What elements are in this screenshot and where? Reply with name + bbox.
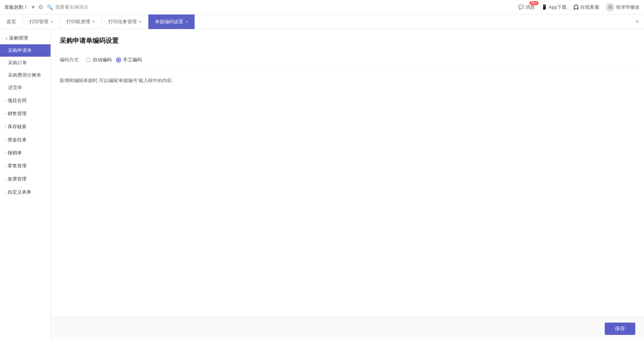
tab-print-task-mgmt-close[interactable]: × xyxy=(139,19,141,24)
tab-home[interactable]: 首页 xyxy=(0,15,23,29)
sidebar-item-receipt-label: 进货单 xyxy=(8,85,22,90)
chevron-down-icon: ∨ xyxy=(5,36,8,40)
sidebar-group-purchase-mgmt-title[interactable]: ∨ 采购管理 xyxy=(0,32,51,44)
chevron-right-icon-3: › xyxy=(5,125,6,129)
top-bar-left: 老板勿割！ ▾ ⚙ 🔍 我要看实例演示 xyxy=(4,4,88,11)
user-name: 徐泽华修改 xyxy=(616,4,640,11)
top-bar-right: 💬 消息 99+ 📱 App下载 🎧 在线客服 徐 徐泽华修改 xyxy=(518,3,640,12)
sidebar-item-receipt[interactable]: 进货单 xyxy=(0,81,51,94)
sidebar-group-project-contract-title[interactable]: › 项目合同 xyxy=(0,94,51,107)
sidebar-group-invoice-mgmt-label: 发票管理 xyxy=(8,176,27,182)
content-footer: 保存 xyxy=(51,317,644,340)
sidebar-group-custom-forms: › 自定义表单 xyxy=(0,186,51,198)
sidebar-item-purchase-expense[interactable]: 采购费用分摊单 xyxy=(0,69,51,81)
close-all-tabs-button[interactable]: × xyxy=(631,19,644,25)
app-download-button[interactable]: 📱 App下载 xyxy=(541,4,567,11)
page-title: 采购申请单编码设置 xyxy=(60,36,635,45)
chevron-right-icon-6: › xyxy=(5,164,6,168)
chevron-right-icon: › xyxy=(5,99,6,103)
tab-print-mgmt-close[interactable]: × xyxy=(51,19,53,24)
tab-printer-mgmt-label: 打印机管理 xyxy=(67,19,90,25)
content-area: 采购申请单编码设置 编码方式 自动编码 手工编码 新增和编辑单据时,可以编辑'单… xyxy=(51,29,644,340)
tab-single-code-settings-close[interactable]: × xyxy=(185,19,188,24)
chevron-right-icon-5: › xyxy=(5,151,6,155)
sidebar-group-custom-forms-label: 自定义表单 xyxy=(8,189,31,195)
dropdown-icon[interactable]: ▾ xyxy=(32,4,35,11)
sidebar-group-inventory-label: 库存核算 xyxy=(8,124,27,130)
sidebar-group-fund-flow-title[interactable]: › 资金往来 xyxy=(0,134,51,146)
manual-code-radio[interactable] xyxy=(116,57,121,62)
sidebar-item-purchase-order[interactable]: 采购订单 xyxy=(0,57,51,69)
sidebar-item-purchase-request-label: 采购申请单 xyxy=(8,48,32,53)
avatar: 徐 xyxy=(606,3,615,12)
tab-printer-mgmt[interactable]: 打印机管理 × xyxy=(60,15,102,29)
tab-print-task-mgmt-label: 打印任务管理 xyxy=(108,19,137,25)
main-layout: ∨ 采购管理 采购申请单 采购订单 采购费用分摊单 进货单 › 项目合同 xyxy=(0,29,644,340)
app-download-label: App下载 xyxy=(549,4,567,11)
sidebar-group-custom-forms-title[interactable]: › 自定义表单 xyxy=(0,186,51,198)
sidebar-group-invoice-mgmt-title[interactable]: › 发票管理 xyxy=(0,173,51,185)
auto-code-radio[interactable] xyxy=(86,57,91,62)
chevron-right-icon-2: › xyxy=(5,112,6,116)
sidebar-group-sales-mgmt-label: 销售管理 xyxy=(8,110,27,117)
description-text: 新增和编辑单据时,可以编辑'单据编号'输入框中的内容。 xyxy=(60,74,635,88)
sidebar: ∨ 采购管理 采购申请单 采购订单 采购费用分摊单 进货单 › 项目合同 xyxy=(0,29,51,340)
sidebar-item-purchase-order-label: 采购订单 xyxy=(8,60,27,65)
chevron-right-icon-8: › xyxy=(5,190,6,194)
coding-method-label: 编码方式 xyxy=(60,57,79,63)
manual-code-option[interactable]: 手工编码 xyxy=(116,57,142,63)
chevron-right-icon-7: › xyxy=(5,177,6,181)
sidebar-group-retail-mgmt-title[interactable]: › 零售管理 xyxy=(0,160,51,172)
sidebar-group-inventory: › 库存核算 xyxy=(0,121,51,133)
tab-home-label: 首页 xyxy=(7,19,16,25)
sidebar-group-retail-mgmt: › 零售管理 xyxy=(0,160,51,172)
sidebar-group-project-contract: › 项目合同 xyxy=(0,94,51,107)
sidebar-group-fund-flow: › 资金往来 xyxy=(0,134,51,146)
messages-button[interactable]: 💬 消息 99+ xyxy=(518,4,535,11)
sidebar-group-fund-flow-label: 资金往来 xyxy=(8,137,27,143)
sidebar-group-inventory-title[interactable]: › 库存核算 xyxy=(0,121,51,133)
online-service-label: 在线客服 xyxy=(580,4,599,11)
app-download-icon: 📱 xyxy=(541,4,547,10)
sidebar-item-purchase-expense-label: 采购费用分摊单 xyxy=(8,72,41,78)
tab-print-task-mgmt[interactable]: 打印任务管理 × xyxy=(102,15,148,29)
user-menu[interactable]: 徐 徐泽华修改 xyxy=(606,3,640,12)
tab-print-mgmt-label: 打印管理 xyxy=(29,19,48,25)
sidebar-group-purchase-mgmt-label: 采购管理 xyxy=(9,35,28,41)
chevron-right-icon-4: › xyxy=(5,138,6,142)
settings-icon[interactable]: ⚙ xyxy=(38,4,43,11)
save-button[interactable]: 保存 xyxy=(605,323,635,335)
sidebar-group-expense-title[interactable]: › 报销单 xyxy=(0,147,51,159)
sidebar-item-purchase-request[interactable]: 采购申请单 xyxy=(0,44,51,57)
sidebar-group-invoice-mgmt: › 发票管理 xyxy=(0,173,51,185)
sidebar-group-sales-mgmt-title[interactable]: › 销售管理 xyxy=(0,108,51,120)
tab-bar: 首页 打印管理 × 打印机管理 × 打印任务管理 × 单据编码设置 × × xyxy=(0,15,644,29)
tab-single-code-settings[interactable]: 单据编码设置 × xyxy=(148,15,195,29)
sidebar-group-expense-label: 报销单 xyxy=(8,150,22,156)
search-bar[interactable]: 🔍 我要看实例演示 xyxy=(47,4,88,11)
search-text: 我要看实例演示 xyxy=(55,4,88,11)
messages-icon: 💬 xyxy=(518,4,524,10)
manual-code-label: 手工编码 xyxy=(123,57,142,63)
tab-printer-mgmt-close[interactable]: × xyxy=(92,19,95,24)
top-bar: 老板勿割！ ▾ ⚙ 🔍 我要看实例演示 💬 消息 99+ 📱 App下载 🎧 在… xyxy=(0,0,644,15)
sidebar-group-expense: › 报销单 xyxy=(0,147,51,159)
content-inner: 采购申请单编码设置 编码方式 自动编码 手工编码 新增和编辑单据时,可以编辑'单… xyxy=(51,29,644,317)
auto-code-option[interactable]: 自动编码 xyxy=(86,57,112,63)
sidebar-group-project-contract-label: 项目合同 xyxy=(8,97,27,104)
tab-single-code-settings-label: 单据编码设置 xyxy=(155,19,183,25)
coding-method-section: 编码方式 自动编码 手工编码 xyxy=(60,52,635,68)
service-icon: 🎧 xyxy=(573,4,579,10)
app-title: 老板勿割！ xyxy=(4,4,28,11)
sidebar-group-sales-mgmt: › 销售管理 xyxy=(0,108,51,120)
tab-print-mgmt[interactable]: 打印管理 × xyxy=(23,15,60,29)
online-service-button[interactable]: 🎧 在线客服 xyxy=(573,4,599,11)
search-icon: 🔍 xyxy=(47,4,53,10)
sidebar-group-retail-mgmt-label: 零售管理 xyxy=(8,163,27,169)
auto-code-label: 自动编码 xyxy=(93,57,112,63)
messages-badge: 99+ xyxy=(529,1,539,5)
sidebar-group-purchase-mgmt: ∨ 采购管理 采购申请单 采购订单 采购费用分摊单 进货单 xyxy=(0,32,51,94)
